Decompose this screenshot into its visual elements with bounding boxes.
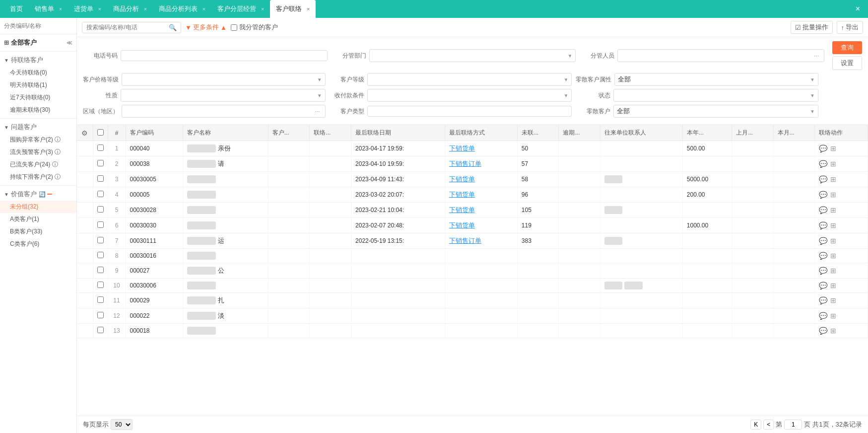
group-pending-contact[interactable]: ▼ 待联络客户	[0, 54, 76, 67]
th-settings[interactable]: ⚙	[77, 125, 93, 141]
select-all-checkbox[interactable]	[97, 129, 104, 136]
apps-icon[interactable]: ⊞	[830, 282, 836, 289]
close-all-button[interactable]: ×	[852, 4, 864, 13]
th-last-month[interactable]: 上月...	[732, 125, 773, 141]
export-button[interactable]: ↑ 导出	[837, 21, 864, 34]
sidebar-item-class-a[interactable]: A类客户(1)	[0, 213, 76, 225]
row-checkbox[interactable]	[97, 312, 104, 318]
contact-type-link[interactable]: 下销售订单	[449, 237, 481, 244]
td-check[interactable]	[93, 141, 108, 156]
row-checkbox[interactable]	[97, 296, 104, 303]
refresh-icon[interactable]: 🔄	[39, 191, 46, 198]
more-filter-button[interactable]: ▼ 更多条件 ▲	[185, 23, 227, 32]
close-product-analysis-icon[interactable]: ×	[144, 6, 147, 12]
manager-more-icon[interactable]: ···	[812, 52, 821, 59]
apps-icon[interactable]: ⊞	[830, 221, 836, 229]
td-check[interactable]	[93, 308, 108, 324]
nature-select[interactable]: ▼	[121, 89, 326, 102]
th-no-contact[interactable]: 未联...	[517, 125, 559, 141]
apps-icon[interactable]: ⊞	[830, 160, 836, 168]
apps-icon[interactable]: ⊞	[830, 327, 836, 335]
per-page-select[interactable]: 50	[111, 419, 133, 430]
chat-icon[interactable]: 💬	[819, 252, 827, 260]
nav-tab-product-list[interactable]: 商品分析列表 ×	[153, 0, 211, 18]
row-checkbox[interactable]	[97, 144, 104, 151]
status-select[interactable]: ▼	[613, 89, 818, 102]
phone-input[interactable]	[121, 50, 328, 61]
nav-tab-product-analysis[interactable]: 商品分析 ×	[107, 0, 153, 18]
retail-customer-select[interactable]: 全部 ▼	[613, 105, 818, 118]
page-number-input[interactable]	[784, 420, 802, 430]
apps-icon[interactable]: ⊞	[830, 144, 836, 152]
td-check[interactable]	[93, 279, 108, 293]
close-customer-tier-icon[interactable]: ×	[261, 6, 264, 12]
row-checkbox[interactable]	[97, 282, 104, 288]
row-checkbox[interactable]	[97, 252, 104, 258]
sidebar-item-churned[interactable]: 已流失客户(24) ⓘ	[0, 158, 76, 171]
contact-type-link[interactable]: 下销货单	[449, 221, 475, 229]
chat-icon[interactable]: 💬	[819, 267, 827, 275]
manager-select[interactable]: ···	[617, 49, 824, 62]
contact-type-link[interactable]: 下销货单	[449, 144, 475, 152]
chat-icon[interactable]: 💬	[819, 206, 827, 214]
row-checkbox[interactable]	[97, 160, 104, 166]
chat-icon[interactable]: 💬	[819, 191, 827, 199]
sidebar-item-abnormal[interactable]: 囤购异常客户(2) ⓘ	[0, 134, 76, 146]
th-last-contact-type[interactable]: 最后联络方式	[445, 125, 517, 141]
all-customers-header[interactable]: ⊞ 全部客户 ≪	[0, 34, 76, 49]
td-check[interactable]	[93, 263, 108, 279]
reset-button[interactable]: 设置	[832, 56, 862, 70]
th-unit-contact[interactable]: 往来单位联系人	[601, 125, 683, 141]
chat-icon[interactable]: 💬	[819, 175, 827, 183]
chat-icon[interactable]: 💬	[819, 282, 827, 289]
sidebar-item-declining[interactable]: 持续下滑客户(2) ⓘ	[0, 171, 76, 183]
apps-icon[interactable]: ⊞	[830, 175, 836, 183]
nav-tab-customer-tier[interactable]: 客户分层经营 ×	[211, 0, 270, 18]
sidebar-item-tomorrow[interactable]: 明天待联络(1)	[0, 79, 76, 91]
customer-type-input[interactable]	[367, 106, 572, 117]
nav-home[interactable]: 首页	[4, 0, 29, 18]
apps-icon[interactable]: ⊞	[830, 296, 836, 304]
batch-ops-button[interactable]: ☑ 批量操作	[791, 21, 833, 34]
sidebar-item-class-b[interactable]: B类客户(33)	[0, 225, 76, 238]
customer-level-select[interactable]: ▼	[367, 73, 572, 86]
search-input[interactable]	[86, 24, 169, 31]
apps-icon[interactable]: ⊞	[830, 237, 836, 245]
th-check[interactable]	[93, 125, 108, 141]
apps-icon[interactable]: ⊞	[830, 312, 836, 320]
collapse-icon[interactable]: ≪	[67, 40, 72, 46]
sidebar-item-churn-warning[interactable]: 流失预警客户(3) ⓘ	[0, 146, 76, 158]
th-customer-code[interactable]: 客户编码	[126, 125, 183, 141]
th-last-contact-date[interactable]: 最后联络日期	[351, 125, 445, 141]
group-problem-customers[interactable]: ▼ 问题客户	[0, 121, 76, 134]
apps-icon[interactable]: ⊞	[830, 267, 836, 275]
row-checkbox[interactable]	[97, 191, 104, 197]
nav-tab-salesorder[interactable]: 销售单 ×	[29, 0, 68, 18]
sidebar-item-7days[interactable]: 近7天待联络(0)	[0, 91, 76, 104]
sidebar-item-today[interactable]: 今天待联络(0)	[0, 67, 76, 79]
chat-icon[interactable]: 💬	[819, 160, 827, 168]
sidebar-item-unclassified[interactable]: 未分组(32)	[0, 201, 76, 213]
td-check[interactable]	[93, 156, 108, 172]
region-more-icon[interactable]: ···	[313, 108, 322, 115]
apps-icon[interactable]: ⊞	[830, 206, 836, 214]
payment-select[interactable]: ▼	[367, 89, 572, 102]
row-checkbox[interactable]	[97, 327, 104, 333]
close-purchase-icon[interactable]: ×	[98, 6, 101, 12]
chat-icon[interactable]: 💬	[819, 296, 827, 304]
page-prev-button[interactable]: <	[763, 420, 774, 430]
close-product-list-icon[interactable]: ×	[202, 6, 205, 12]
td-check[interactable]	[93, 187, 108, 203]
close-salesorder-icon[interactable]: ×	[59, 6, 62, 12]
td-check[interactable]	[93, 218, 108, 233]
row-checkbox[interactable]	[97, 221, 104, 228]
td-check[interactable]	[93, 324, 108, 338]
contact-type-link[interactable]: 下销货单	[449, 175, 475, 183]
nav-tab-customer-contact[interactable]: 客户联络 ×	[270, 0, 316, 18]
retail-attr-select[interactable]: 全部 ▼	[614, 73, 818, 86]
chat-icon[interactable]: 💬	[819, 237, 827, 245]
contact-type-link[interactable]: 下销货单	[449, 206, 475, 214]
chat-icon[interactable]: 💬	[819, 312, 827, 320]
row-checkbox[interactable]	[97, 206, 104, 213]
apps-icon[interactable]: ⊞	[830, 252, 836, 260]
